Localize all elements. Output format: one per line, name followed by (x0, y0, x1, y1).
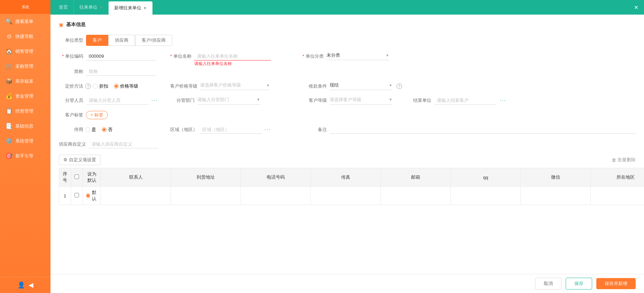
notes-input[interactable] (330, 125, 636, 134)
disabled-group: 停用 是 否 (59, 127, 170, 133)
custom-settings-button[interactable]: ⚙ 自定义项设置 (59, 155, 101, 165)
col-check (71, 168, 83, 187)
disabled-radio-group: 是 否 (85, 127, 112, 133)
sidebar-item-basic-info[interactable]: 📑 基础信息 (0, 119, 50, 133)
sales-icon: 🏠 (6, 48, 13, 55)
sidebar-item-purchase[interactable]: 🛒 采购管理 (0, 59, 50, 74)
pricing-level-radio[interactable] (114, 84, 119, 89)
unit-category-select[interactable]: 未分类 ▼ (327, 52, 389, 60)
table-header: 序号 设为默认 联系人 到货地址 电话号码 传真 邮箱 qq 微信 所在地区 操… (59, 168, 644, 187)
qq-input[interactable] (454, 192, 517, 200)
notes-group: 备注 (303, 125, 636, 134)
sidebar-item-quick-nav[interactable]: ⊙ 快捷导航 (0, 29, 50, 44)
disabled-yes-option[interactable]: 是 (85, 127, 96, 133)
cancel-button[interactable]: 取消 (535, 278, 561, 290)
tab-partners[interactable]: 往来单位 ✕ (74, 0, 109, 15)
tab-new-partner-close[interactable]: ✕ (143, 6, 147, 10)
default-radio-circle[interactable] (86, 193, 90, 198)
pricing-level-option[interactable]: 价格等级 (114, 83, 138, 89)
contact-input[interactable] (104, 192, 167, 200)
row-phone (241, 187, 311, 205)
customer-level-select[interactable]: 请选择客户等级 ▼ (330, 97, 392, 105)
short-name-label: 简称 (59, 68, 83, 75)
row-address (171, 187, 241, 205)
manager-group: 分管人员 ··· (59, 96, 170, 105)
disabled-region-notes-row: 停用 是 否 区域（地区） ··· 备注 (59, 125, 636, 134)
settlement-unit-more-btn[interactable]: ··· (500, 97, 506, 104)
manager-more-btn[interactable]: ··· (151, 97, 158, 104)
finance-icon: 💰 (6, 93, 13, 99)
customer-price-level-placeholder: 请选择客户价格等级 (200, 82, 241, 88)
notes-label: 备注 (303, 127, 327, 133)
customer-price-level-select[interactable]: 请选择客户价格等级 ▼ (200, 82, 270, 90)
unit-type-supplier-btn[interactable]: 供应商 (108, 35, 135, 46)
row-seq: 1 (59, 187, 71, 205)
payment-terms-select[interactable]: 现结 ▼ (330, 82, 392, 90)
department-placeholder: 请输入分管部门 (197, 97, 229, 103)
sidebar-item-operations[interactable]: 📋 经营管理 (0, 104, 50, 119)
row-checkbox[interactable] (74, 193, 79, 197)
select-all-checkbox[interactable] (74, 174, 79, 179)
department-select[interactable]: 请输入分管部门 ▼ (197, 97, 260, 105)
sidebar-item-inventory[interactable]: 📦 库存核算 (0, 74, 50, 89)
address-input[interactable] (174, 192, 237, 200)
row-default: 默认 (83, 187, 101, 205)
code-name-category-row: 单位编码 单位名称 请输入往来单位名称 单位分类 未分类 ▼ (59, 52, 636, 60)
department-group: 分管部门 请输入分管部门 ▼ (170, 97, 303, 105)
payment-terms-value: 现结 (330, 82, 339, 88)
pricing-discount-label: 折扣 (99, 83, 108, 89)
system-icon: ⚙️ (6, 138, 13, 144)
sidebar-item-guide[interactable]: 🎯 新手引导 (0, 148, 50, 163)
batch-delete-label: 批量删除 (618, 157, 636, 163)
wechat-input[interactable] (524, 192, 587, 200)
sidebar: 系统 🔍 搜索菜单 ⊙ 快捷导航 🏠 销售管理 🛒 采购管理 📦 库存核算 💰 … (0, 0, 50, 293)
region-more-btn[interactable]: ··· (264, 127, 271, 133)
disabled-yes-radio[interactable] (85, 127, 90, 132)
payment-terms-label: 收款条件 (303, 83, 327, 89)
settlement-unit-input[interactable] (434, 96, 497, 105)
sidebar-item-system[interactable]: ⚙️ 系统管理 (0, 133, 50, 148)
close-all-tabs-button[interactable]: ✕ (631, 4, 641, 11)
expand-icon[interactable]: ◀ (29, 281, 33, 289)
unit-code-label: 单位编码 (59, 53, 83, 59)
add-tag-button[interactable]: + 标签 (86, 111, 108, 119)
sidebar-item-sales[interactable]: 🏠 销售管理 (0, 44, 50, 59)
unit-code-input[interactable] (86, 52, 156, 60)
row-default-radio[interactable]: 默认 (86, 189, 97, 202)
sidebar-item-search[interactable]: 🔍 搜索菜单 (0, 14, 50, 29)
tab-partners-close[interactable]: ✕ (100, 5, 103, 10)
supplier-custom-input[interactable] (89, 140, 158, 148)
unit-name-input[interactable] (194, 52, 271, 60)
tab-new-partner[interactable]: 新增往来单位 ✕ (109, 1, 152, 15)
disabled-no-option[interactable]: 否 (102, 127, 112, 133)
save-and-new-button[interactable]: 保存并新增 (596, 278, 636, 289)
unit-type-group: 单位类型 客户 供应商 客户/供应商 (59, 35, 636, 46)
tab-home[interactable]: 首页 (53, 0, 74, 15)
region-table-input[interactable] (594, 192, 644, 200)
home-icon: ⊙ (6, 33, 13, 40)
short-name-row: 简称 (59, 67, 636, 76)
batch-delete-button[interactable]: 🗑 批量删除 (612, 157, 636, 163)
pricing-help-icon[interactable]: ? (85, 83, 91, 89)
sidebar-item-label: 销售管理 (15, 48, 33, 55)
main-content: 首页 往来单位 ✕ 新增往来单位 ✕ ✕ ▣ 基本信息 单位类型 客户 供应商 (50, 0, 644, 293)
region-input[interactable] (199, 125, 262, 134)
short-name-input[interactable] (86, 67, 156, 76)
unit-type-both-btn[interactable]: 客户/供应商 (135, 35, 172, 46)
payment-terms-arrow: ▼ (389, 83, 392, 87)
phone-input[interactable] (244, 192, 307, 200)
manager-input[interactable] (86, 96, 149, 105)
payment-terms-help-icon[interactable]: ? (396, 83, 402, 89)
sidebar-item-finance[interactable]: 💰 资金管理 (0, 89, 50, 104)
pricing-discount-option[interactable]: 折扣 (93, 83, 108, 89)
tab-home-label: 首页 (59, 4, 68, 10)
user-icon[interactable]: 👤 (17, 281, 25, 289)
save-button[interactable]: 保存 (566, 278, 592, 290)
email-input[interactable] (384, 192, 447, 200)
disabled-no-radio[interactable] (102, 127, 107, 132)
department-label: 分管部门 (170, 97, 195, 104)
pricing-discount-radio[interactable] (93, 84, 98, 89)
unit-type-customer-btn[interactable]: 客户 (86, 35, 108, 46)
col-phone: 电话号码 (241, 168, 311, 187)
fax-input[interactable] (314, 192, 377, 200)
